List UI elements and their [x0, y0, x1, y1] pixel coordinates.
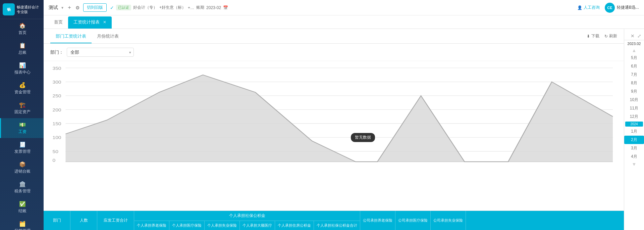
date-month-9[interactable]: 9月	[624, 87, 644, 96]
funds-icon: 💰	[19, 82, 26, 88]
content-area: 部门工资统计表 月份统计表 ⬇ 下载 ↻ 刷新	[44, 29, 644, 230]
th-group-personal-insurance: 个人承担社保公积金 个人承担养老保险 个人承担医疗保险 个人承担失业保险 个人承…	[134, 211, 360, 230]
date-current: 2023.02	[626, 40, 643, 47]
sidebar-label-salary: 工资	[18, 129, 26, 135]
logo-sub-text: 专业版	[17, 9, 39, 14]
help-icon: 👤	[577, 5, 582, 10]
download-label: 下载	[591, 33, 599, 39]
add-button[interactable]: ＋	[67, 4, 72, 11]
sidebar-label-invoice: 发票管理	[14, 149, 31, 154]
year-badge-2024: 2024	[625, 122, 643, 127]
sidebar-nav: 🏠 首页 📋 总账 📊 报表中心 💰 资金管理 🏗️ 固定资产 💵 工资 🧾 发…	[0, 19, 44, 230]
main-area: 测试 ▾ ＋ ⚙ 切到旧版 ✓ 已认证 好会计（专） +好生意（标） +… 账期…	[44, 0, 644, 230]
sub-tabs-right: ⬇ 下载 ↻ 刷新	[587, 33, 617, 39]
logo-main-text: 畅捷通好会计	[17, 5, 39, 9]
topbar-title: 测试	[49, 5, 58, 11]
sub-tab-dept[interactable]: 部门工资统计表	[50, 30, 92, 43]
date-nav-up-icon[interactable]: ▲	[631, 47, 637, 54]
user-name[interactable]: 轻捷通B迅...	[617, 5, 639, 10]
sub-tab-month[interactable]: 月份统计表	[92, 30, 124, 43]
tab-close-icon[interactable]: ✕	[103, 20, 106, 25]
period-value: 2023-02	[206, 5, 221, 10]
sidebar-item-reports[interactable]: 📊 报表中心	[0, 59, 44, 79]
date-month-7[interactable]: 7月	[624, 71, 644, 79]
salary-icon: 💵	[19, 122, 26, 128]
sidebar-label-inventory: 进销台账	[14, 169, 31, 174]
sidebar-item-assets[interactable]: 🏗️ 固定资产	[0, 98, 44, 118]
date-month-8[interactable]: 8月	[624, 79, 644, 87]
right-date-panel: ✕ ⤢ 2023.02 ▲ 5月 6月 7月 8月 9月 10月 11月 12月…	[624, 29, 644, 230]
sidebar-item-invoice[interactable]: 🧾 发票管理	[0, 138, 44, 158]
th-dept-label: 部门	[53, 218, 61, 223]
tab-salary-report-label: 工资统计报表	[73, 19, 100, 25]
panel-close-icon[interactable]: ✕	[631, 33, 635, 39]
dropdown-arrow-icon[interactable]: ▾	[61, 5, 63, 10]
panel-top-btns: ✕ ⤢	[624, 31, 644, 40]
refresh-button[interactable]: ↻ 刷新	[604, 33, 617, 39]
svg-text:300: 300	[53, 80, 61, 84]
sidebar-item-tax[interactable]: 🏛️ 税务管理	[0, 178, 44, 197]
calendar-icon[interactable]: 📅	[223, 5, 228, 10]
refresh-label: 刷新	[609, 33, 617, 39]
user-section: CE 轻捷通B迅...	[605, 3, 639, 13]
svg-text:150: 150	[53, 122, 61, 126]
download-button[interactable]: ⬇ 下载	[587, 33, 599, 39]
gear-icon[interactable]: ⚙	[75, 5, 80, 10]
tab-salary-report[interactable]: 工资统计报表 ✕	[68, 16, 112, 29]
th-count-label: 人数	[80, 218, 88, 223]
sub-tabs-bar: 部门工资统计表 月份统计表 ⬇ 下载 ↻ 刷新	[44, 29, 624, 44]
sidebar-label-close: 结账	[18, 208, 26, 214]
filter-bar: 部门： 全部 ▾	[44, 44, 624, 61]
date-month-4[interactable]: 4月	[624, 152, 644, 161]
sidebar-label-ledger: 总账	[18, 50, 26, 55]
topbar: 测试 ▾ ＋ ⚙ 切到旧版 ✓ 已认证 好会计（专） +好生意（标） +… 账期…	[44, 0, 644, 15]
tag-more: +…	[188, 5, 194, 10]
date-month-5[interactable]: 5月	[624, 54, 644, 62]
switch-version-button[interactable]: 切到旧版	[83, 3, 107, 12]
dept-select[interactable]: 全部	[67, 48, 134, 57]
sidebar-item-home[interactable]: 🏠 首页	[0, 19, 44, 39]
sidebar: 畅 畅捷通好会计 专业版 🏠 首页 📋 总账 📊 报表中心 💰 资金管理 🏗️ …	[0, 0, 44, 230]
date-month-1[interactable]: 1月	[624, 127, 644, 136]
help-button[interactable]: 👤 人工咨询	[577, 5, 600, 10]
tabbar: 首页 工资统计报表 ✕	[44, 15, 644, 29]
th-group-cols-personal: 个人承担养老保险 个人承担医疗保险 个人承担失业保险 个人承担大额医疗 个人承担…	[134, 221, 360, 230]
th-personal-unemployment: 个人承担失业保险	[205, 221, 240, 230]
date-month-6[interactable]: 6月	[624, 62, 644, 71]
tag-haokuai: 好会计（专）	[133, 5, 157, 10]
ledger-icon: 📋	[19, 42, 26, 49]
date-month-3[interactable]: 3月	[624, 144, 644, 152]
date-month-10[interactable]: 10月	[624, 96, 644, 104]
archive-icon: 🗂️	[19, 221, 26, 227]
date-month-2-active[interactable]: 2月	[624, 136, 644, 144]
sidebar-item-salary[interactable]: 💵 工资	[0, 118, 44, 138]
chart-area: 350 300 250 200 150 100 50 0	[44, 61, 624, 211]
svg-text:50: 50	[53, 149, 59, 154]
tax-icon: 🏛️	[19, 181, 26, 187]
sidebar-item-ledger[interactable]: 📋 总账	[0, 39, 44, 59]
main-content: 部门工资统计表 月份统计表 ⬇ 下载 ↻ 刷新	[44, 29, 624, 230]
tooltip-text: 暂无数据	[355, 135, 371, 140]
sidebar-item-close[interactable]: ✅ 结账	[0, 197, 44, 217]
panel-expand-icon[interactable]: ⤢	[637, 33, 641, 39]
refresh-icon: ↻	[604, 34, 608, 39]
date-month-12[interactable]: 12月	[624, 112, 644, 121]
sidebar-label-reports: 报表中心	[14, 70, 31, 75]
sidebar-label-funds: 资金管理	[14, 89, 31, 95]
sidebar-item-inventory[interactable]: 📦 进销台账	[0, 158, 44, 178]
tag-haoshengyi: +好生意（标）	[159, 5, 186, 10]
sidebar-item-archive[interactable]: 🗂️ 归档管理	[0, 217, 44, 230]
sidebar-item-funds[interactable]: 💰 资金管理	[0, 79, 44, 98]
table-area: 部门 人数 应发工资合计 个人承担社保公积金 个人承担养老保险 个人承担医疗保险	[44, 211, 624, 230]
th-personal-medical: 个人承担医疗保险	[169, 221, 205, 230]
help-label: 人工咨询	[584, 5, 600, 10]
status-section: ✓ 已认证 好会计（专） +好生意（标） +… 账期 2023-02 📅	[110, 5, 228, 10]
table-header: 部门 人数 应发工资合计 个人承担社保公积金 个人承担养老保险 个人承担医疗保险	[44, 211, 624, 230]
sidebar-logo: 畅 畅捷通好会计 专业版	[0, 0, 44, 19]
download-icon: ⬇	[587, 34, 590, 39]
date-month-11[interactable]: 11月	[624, 104, 644, 112]
tab-home[interactable]: 首页	[49, 16, 68, 29]
date-nav-down-icon[interactable]: ▼	[631, 161, 637, 168]
th-personal-major-medical: 个人承担大额医疗	[240, 221, 275, 230]
th-total-salary-label: 应发工资合计	[104, 218, 128, 223]
